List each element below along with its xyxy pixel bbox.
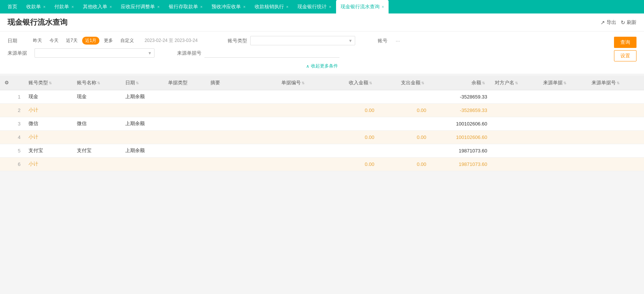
row-income: 0.00 <box>326 130 378 144</box>
row-summary <box>207 157 278 171</box>
row-account-name: 微信 <box>73 117 122 130</box>
th-balance[interactable]: 余额⇅ <box>430 76 491 90</box>
row-gear <box>0 103 14 117</box>
settings-button[interactable]: 设置 <box>614 50 636 61</box>
nav-tab-现金银行统计[interactable]: 现金银行统计× <box>293 0 336 13</box>
header-actions: ↗ 导出 ↻ 刷新 <box>600 19 636 26</box>
th-date[interactable]: 日期⇅ <box>122 76 164 90</box>
row-source-doc-no <box>588 103 644 117</box>
row-expense <box>378 90 430 103</box>
row-account-name: 支付宝 <box>73 144 122 157</box>
th-doc-type: 单据类型 <box>164 76 207 90</box>
row-account-type: 现金 <box>25 90 73 103</box>
th-doc-no[interactable]: 单据编号⇅ <box>278 76 326 90</box>
row-source-doc <box>539 144 588 157</box>
account-type-chevron: ▾ <box>349 38 352 43</box>
tab-label: 银行存取款单 <box>169 0 198 13</box>
date-opt-today[interactable]: 今天 <box>47 37 62 45</box>
table-row: 4 小计 0.00 0.00 100102606.60 <box>0 130 644 144</box>
row-income <box>326 117 378 130</box>
row-doc-type <box>164 90 207 103</box>
row-counterparty <box>491 130 539 144</box>
nav-tab-其他收入单[interactable]: 其他收入单× <box>78 0 116 13</box>
source-doc-no-label: 来源单据号 <box>177 50 201 57</box>
th-account-type[interactable]: 账号类型⇅ <box>25 76 73 90</box>
th-expense[interactable]: 支出金额⇅ <box>378 76 430 90</box>
nav-tab-付款单[interactable]: 付款单× <box>50 0 78 13</box>
row-balance: 19871073.60 <box>430 144 491 157</box>
export-icon: ↗ <box>600 19 605 25</box>
export-button[interactable]: ↗ 导出 <box>600 19 616 26</box>
row-account-type: 支付宝 <box>25 144 73 157</box>
account-label: 账号 <box>378 37 393 44</box>
top-nav: 首页 收款单×付款单×其他收入单×应收应付调整单×银行存取款单×预收冲应收单×收… <box>0 0 644 13</box>
collapse-bar[interactable]: ∧ 收起更多条件 <box>8 63 636 69</box>
row-number: 6 <box>14 157 25 171</box>
th-source-doc[interactable]: 来源单据⇅ <box>539 76 588 90</box>
nav-tab-收款核销执行[interactable]: 收款核销执行× <box>250 0 293 13</box>
row-balance: -3528659.33 <box>430 90 491 103</box>
row-summary <box>207 130 278 144</box>
tab-close-icon[interactable]: × <box>243 0 245 13</box>
row-number: 2 <box>14 103 25 117</box>
tab-label: 预收冲应收单 <box>212 0 241 13</box>
nav-tab-预收冲应收单[interactable]: 预收冲应收单× <box>207 0 250 13</box>
row-doc-type <box>164 144 207 157</box>
nav-tab-现金银行流水查询[interactable]: 现金银行流水查询× <box>336 0 389 13</box>
source-doc-no-input[interactable] <box>204 49 339 58</box>
query-button[interactable]: 查询 <box>614 37 636 48</box>
filter-area: 日期 昨天 今天 近7天 近1月 更多 自定义 2023-02-24 至 202… <box>0 31 644 74</box>
th-source-doc-no[interactable]: 来源单据号⇅ <box>588 76 644 90</box>
row-source-doc-no <box>588 90 644 103</box>
account-type-select[interactable]: ▾ <box>250 36 355 45</box>
row-account-type: 小计 <box>25 157 73 171</box>
tab-close-icon[interactable]: × <box>200 0 203 13</box>
row-income <box>326 90 378 103</box>
row-gear <box>0 157 14 171</box>
tab-close-icon[interactable]: × <box>157 0 159 13</box>
nav-tab-收款单[interactable]: 收款单× <box>22 0 50 13</box>
row-account-name <box>73 130 122 144</box>
row-source-doc-no <box>588 157 644 171</box>
row-number: 3 <box>14 117 25 130</box>
source-doc-label: 来源单据 <box>8 50 27 57</box>
row-income <box>326 144 378 157</box>
tab-label: 现金银行流水查询 <box>341 0 380 13</box>
row-counterparty <box>491 90 539 103</box>
th-counterparty[interactable]: 对方户名⇅ <box>491 76 539 90</box>
date-opt-7days[interactable]: 近7天 <box>63 37 81 45</box>
refresh-label: 刷新 <box>627 19 636 26</box>
row-balance: 100102606.60 <box>430 117 491 130</box>
refresh-button[interactable]: ↻ 刷新 <box>621 19 636 26</box>
row-gear <box>0 90 14 103</box>
row-balance: 100102606.60 <box>430 130 491 144</box>
tab-close-icon[interactable]: × <box>329 0 331 13</box>
row-source-doc-no <box>588 130 644 144</box>
date-opt-custom[interactable]: 自定义 <box>117 37 137 45</box>
tab-close-icon[interactable]: × <box>110 0 112 13</box>
tab-close-icon[interactable]: × <box>43 0 45 13</box>
row-account-type: 小计 <box>25 130 73 144</box>
source-doc-select[interactable]: ▾ <box>35 48 155 58</box>
nav-home[interactable]: 首页 <box>3 0 22 13</box>
account-dots-button[interactable]: ··· <box>396 38 400 44</box>
collapse-label: 收起更多条件 <box>311 63 338 69</box>
nav-tab-应收应付调整单[interactable]: 应收应付调整单× <box>116 0 164 13</box>
nav-tab-银行存取款单[interactable]: 银行存取款单× <box>164 0 207 13</box>
date-opt-yesterday[interactable]: 昨天 <box>30 37 45 45</box>
tab-label: 其他收入单 <box>83 0 107 13</box>
tab-close-icon[interactable]: × <box>71 0 74 13</box>
date-opt-1month[interactable]: 近1月 <box>82 37 100 45</box>
row-source-doc <box>539 117 588 130</box>
refresh-icon: ↻ <box>621 19 625 25</box>
table-gear-col[interactable]: ⚙ <box>0 76 14 90</box>
row-expense: 0.00 <box>378 103 430 117</box>
row-account-type: 小计 <box>25 103 73 117</box>
table-row: 2 小计 0.00 0.00 -3528659.33 <box>0 103 644 117</box>
tab-close-icon[interactable]: × <box>286 0 288 13</box>
tab-close-icon[interactable]: × <box>382 0 384 13</box>
th-account-name[interactable]: 账号名称⇅ <box>73 76 122 90</box>
th-income[interactable]: 收入金额⇅ <box>326 76 378 90</box>
date-opt-more[interactable]: 更多 <box>101 37 116 45</box>
row-account-name: 现金 <box>73 90 122 103</box>
